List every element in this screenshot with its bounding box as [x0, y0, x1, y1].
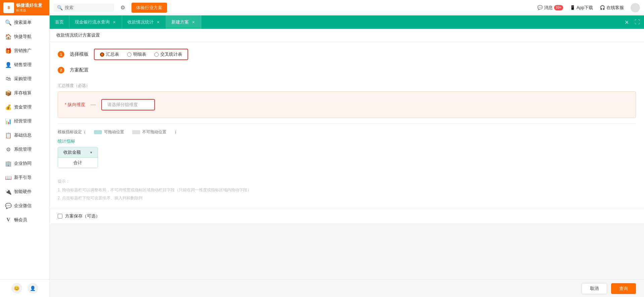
sidebar-item-inventory[interactable]: 📦 库存核算	[0, 86, 49, 100]
gift-icon: 🎁	[5, 48, 11, 54]
enterprise-icon: 🏢	[5, 160, 11, 166]
template-selector-box: 汇总表 明细表 交叉统计表	[94, 49, 188, 60]
sidebar-item-marketing[interactable]: 🎁 营销推广	[0, 44, 49, 58]
step2-row: 2 方案配置	[58, 67, 636, 73]
sidebar-item-label: 经营管理	[14, 118, 32, 124]
step1-badge: 1	[58, 51, 64, 58]
tab-new-plan-close[interactable]: ✕	[191, 20, 196, 24]
tab-home[interactable]: 首页	[50, 15, 69, 29]
query-button[interactable]: 查询	[611, 283, 636, 294]
cancel-button[interactable]: 取消	[582, 283, 607, 294]
dimension-area: * 纵向维度 — 请选择分组维度	[58, 91, 636, 118]
notification-badge: 99+	[554, 5, 563, 10]
form-section: 1 选择模板 汇总表 明细表 交叉统计表	[50, 42, 644, 83]
non-draggable-legend-label: 不可拖动位置	[142, 129, 166, 135]
tab-receipt-stat-close[interactable]: ✕	[156, 20, 160, 24]
sidebar-item-search[interactable]: 🔍 搜索菜单	[0, 15, 49, 30]
radio-summary[interactable]: 汇总表	[100, 51, 119, 57]
dimension-section: 汇总维度（必选） * 纵向维度 — 请选择分组维度	[58, 83, 636, 118]
sidebar-logo: 8 畅捷通好生意 标准版	[0, 0, 49, 15]
sidebar-item-sales[interactable]: 👤 销售管理	[0, 58, 49, 72]
action-bar: 取消 查询	[50, 280, 644, 297]
sidebar-user-btn[interactable]: 👤	[28, 283, 38, 294]
indicator-table: 收款金额 ▾ 合计	[58, 147, 98, 168]
tab-bank-flow-label: 现金银行流水查询	[75, 19, 110, 25]
sidebar-item-label: 企业微信	[14, 203, 32, 209]
dimension-selector[interactable]: 请选择分组维度	[101, 99, 155, 110]
sidebar-item-guide[interactable]: 📖 新手引导	[0, 170, 49, 185]
indicator-section: 模板指标设定（ 可拖动位置 不可拖动位置 ） 统计指标 收款金额	[58, 129, 636, 169]
sidebar-item-system[interactable]: ⚙ 系统管理	[0, 142, 49, 156]
radio-cross[interactable]: 交叉统计表	[154, 51, 182, 57]
radio-detail-input[interactable]	[127, 52, 131, 57]
search-input[interactable]	[65, 5, 108, 10]
tab-home-label: 首页	[55, 19, 64, 25]
sidebar-item-label: 搜索菜单	[14, 19, 32, 26]
tab-new-plan-label: 新建方案	[171, 19, 189, 25]
sidebar-item-finance[interactable]: 💰 资金管理	[0, 100, 49, 114]
hardware-icon: 🔌	[5, 189, 11, 195]
tip2: 2. 点击标题栏下拉可设置排序、插入列和删除列	[58, 194, 636, 202]
indicator-label: 统计指标	[58, 138, 636, 144]
sidebar-smiley-btn[interactable]: 😊	[11, 283, 22, 294]
sidebar-item-label: 新手引导	[14, 175, 32, 181]
tab-receipt-stat[interactable]: 收款情况统计 ✕	[122, 15, 166, 29]
logo-sub: 标准版	[16, 8, 42, 13]
clipboard-icon: 📋	[5, 132, 11, 138]
step1-label: 选择模板	[70, 51, 89, 57]
save-row: 方案保存（可选）	[50, 209, 644, 223]
vertical-dim-label: * 纵向维度	[65, 102, 85, 108]
sidebar-item-wechat[interactable]: 💬 企业微信	[0, 199, 49, 213]
page-header: 收款情况统计方案设置	[50, 29, 644, 42]
tabbar: 首页 现金银行流水查询 ✕ 收款情况统计 ✕ 新建方案 ✕ ✕ ⛶	[50, 15, 644, 29]
step1-row: 1 选择模板 汇总表 明细表 交叉统计表	[58, 49, 636, 60]
dimension-title: 汇总维度（必选）	[58, 83, 636, 89]
online-support-btn[interactable]: 🎧 在线客服	[600, 5, 624, 11]
gear-icon: ⚙	[5, 146, 11, 152]
user-avatar[interactable]	[631, 3, 640, 12]
sidebar-item-enterprise[interactable]: 🏢 企业协同	[0, 156, 49, 170]
sidebar-item-operations[interactable]: 📊 经营管理	[0, 114, 49, 128]
tab-bank-flow-close[interactable]: ✕	[112, 20, 116, 24]
sidebar-item-label: 企业协同	[14, 160, 32, 166]
search-icon: 🔍	[57, 5, 63, 10]
close-window-btn[interactable]: ✕	[623, 18, 631, 26]
sidebar-item-smart-hw[interactable]: 🔌 智能硬件	[0, 185, 49, 199]
member-icon: V	[5, 217, 11, 223]
app-download-btn[interactable]: 📱 App下载	[570, 5, 593, 11]
tip1: 1. 拖动标题栏可以调整布局，不可跨维度或指标区域拖动栏目字段（只能在同一维度或…	[58, 186, 636, 194]
radio-detail-label: 明细表	[133, 51, 146, 57]
radio-detail[interactable]: 明细表	[127, 51, 146, 57]
sidebar-item-label: 营销推广	[14, 48, 32, 54]
notification-btn[interactable]: 💬 消息 99+	[537, 5, 563, 11]
sidebar-item-quick-nav[interactable]: 🏠 快捷导航	[0, 30, 49, 44]
draggable-legend-label: 可拖动位置	[104, 129, 124, 135]
sidebar-item-label: 资金管理	[14, 104, 32, 110]
radio-cross-label: 交叉统计表	[160, 51, 182, 57]
search-box[interactable]: 🔍	[54, 4, 114, 12]
sidebar-item-purchase[interactable]: 🛍 采购管理	[0, 72, 49, 86]
search-icon: 🔍	[5, 19, 11, 26]
tab-new-plan[interactable]: 新建方案 ✕	[166, 15, 201, 29]
chevron-down-icon[interactable]: ▾	[90, 150, 92, 155]
content-area: 收款情况统计方案设置 1 选择模板 汇总表 明细表	[50, 29, 644, 280]
chat-icon: 💬	[5, 203, 11, 209]
sidebar-item-member[interactable]: V 畅会员	[0, 213, 49, 227]
industry-btn[interactable]: 体验行业方案	[131, 3, 167, 13]
tab-bank-flow[interactable]: 现金银行流水查询 ✕	[69, 15, 122, 29]
expand-window-btn[interactable]: ⛶	[633, 18, 641, 26]
indicator-legend: 模板指标设定（ 可拖动位置 不可拖动位置 ）	[58, 129, 636, 135]
shopping-icon: 🛍	[5, 76, 11, 82]
app-icon: 📱	[570, 5, 575, 10]
sidebar-item-label: 库存核算	[14, 90, 32, 96]
sidebar-item-label: 采购管理	[14, 76, 32, 82]
sidebar-item-base-info[interactable]: 📋 基础信息	[0, 128, 49, 142]
radio-cross-input[interactable]	[154, 52, 159, 57]
settings-gear-btn[interactable]: ⚙	[118, 3, 127, 12]
message-icon: 💬	[537, 5, 543, 10]
save-checkbox[interactable]	[58, 214, 62, 218]
indicator-table-header[interactable]: 收款金额 ▾	[58, 147, 98, 158]
draggable-legend: 可拖动位置	[94, 129, 124, 135]
radio-summary-input[interactable]	[100, 52, 104, 57]
sidebar-item-label: 快捷导航	[14, 34, 32, 40]
